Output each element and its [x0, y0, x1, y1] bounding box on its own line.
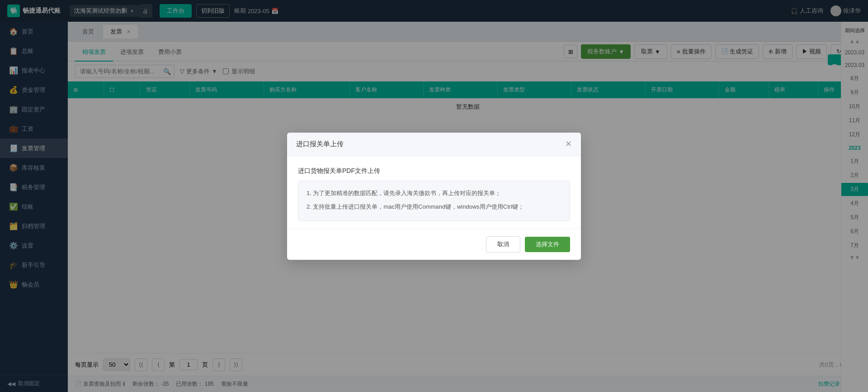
modal-select-file-button[interactable]: 选择文件 — [525, 237, 570, 252]
modal-cancel-button[interactable]: 取消 — [486, 236, 520, 253]
modal-close-button[interactable]: ✕ — [565, 140, 572, 148]
modal-info-box: 1. 为了更加精准的数据匹配，请先录入海关缴款书，再上传对应的报关单； 2. 支… — [298, 181, 570, 221]
modal-section-title: 进口货物报关单PDF文件上传 — [298, 167, 570, 175]
modal-header: 进口报关单上传 ✕ — [287, 133, 581, 156]
modal-body: 进口货物报关单PDF文件上传 1. 为了更加精准的数据匹配，请先录入海关缴款书，… — [287, 156, 581, 229]
modal-instruction-2: 2. 支持批量上传进口报关单，mac用户使用Command键，windows用户… — [307, 201, 561, 213]
import-customs-modal: 进口报关单上传 ✕ 进口货物报关单PDF文件上传 1. 为了更加精准的数据匹配，… — [287, 133, 581, 260]
modal-footer: 取消 选择文件 — [287, 229, 581, 260]
modal-title: 进口报关单上传 — [296, 140, 344, 148]
modal-instruction-1: 1. 为了更加精准的数据匹配，请先录入海关缴款书，再上传对应的报关单； — [307, 187, 561, 199]
modal-overlay: 进口报关单上传 ✕ 进口货物报关单PDF文件上传 1. 为了更加精准的数据匹配，… — [0, 0, 868, 392]
